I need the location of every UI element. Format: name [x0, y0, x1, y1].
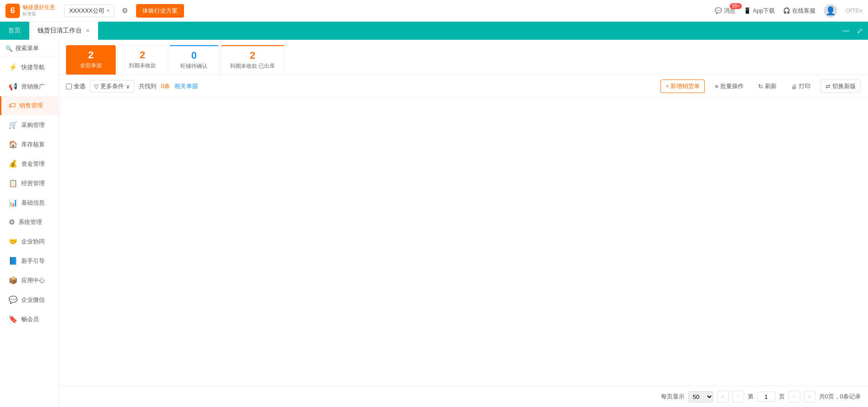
sidebar-item-label-inventory: 库存核算: [21, 140, 45, 149]
nav-tabs-bar: 首页 钱货日清工作台 ✕ — ⤢: [0, 22, 868, 40]
filter-chevron-icon: ∨: [126, 83, 130, 90]
filter-button[interactable]: ▽ 更多条件 ∨: [90, 80, 134, 93]
main-layout: 🔍 搜索菜单 ⚡ 快捷导航 📢 营销推广 🏷 销售管理 🛒 采购管理 🏠 库存核…: [0, 40, 868, 407]
stat-tab-wangpu[interactable]: 0 旺铺待确认: [169, 45, 219, 75]
trial-button[interactable]: 体验行业方案: [136, 4, 184, 18]
sidebar-item-marketing[interactable]: 📢 营销推广: [0, 77, 58, 96]
logo-icon: 6: [5, 4, 20, 18]
stat-overdue-number: 2: [127, 49, 158, 61]
avatar-placeholder: 👤: [826, 6, 835, 16]
stat-tab-all[interactable]: 2 全部单据: [66, 45, 116, 75]
first-page-button[interactable]: «: [717, 391, 729, 402]
toolbar: 全选 ▽ 更多条件 ∨ 共找到 0条 相关单据 + 新增销货单 ≡ 批量操作: [59, 75, 868, 98]
sidebar-item-label-guide: 新手引导: [21, 257, 45, 265]
switch-new-button[interactable]: ⇄ 切换新版: [821, 80, 861, 93]
member-icon: 🔖: [9, 315, 18, 323]
prev-page-button[interactable]: ‹: [732, 391, 744, 402]
sidebar: 🔍 搜索菜单 ⚡ 快捷导航 📢 营销推广 🏷 销售管理 🛒 采购管理 🏠 库存核…: [0, 40, 59, 407]
refresh-button[interactable]: ↻ 刷新: [754, 80, 781, 93]
stat-shipped-label: 到期未收款 已出库: [230, 62, 275, 70]
enterprise-icon: 🤝: [9, 237, 18, 246]
toolbar-left: 全选 ▽ 更多条件 ∨ 共找到 0条 相关单据: [66, 80, 198, 93]
logo-text: 畅捷通好生意: [23, 4, 55, 11]
sidebar-item-guide[interactable]: 📘 新手引导: [0, 251, 58, 271]
related-link[interactable]: 相关单据: [175, 82, 198, 90]
select-all-checkbox[interactable]: 全选: [66, 82, 85, 90]
stat-tab-shipped[interactable]: 2 到期未收款 已出库: [221, 45, 284, 75]
tab-home-label: 首页: [8, 27, 21, 35]
stat-overdue-label: 到期未收款: [127, 62, 158, 70]
username-area[interactable]: OfTEn: [845, 7, 863, 14]
tab-close-icon[interactable]: ✕: [85, 28, 90, 34]
online-service-label: 在线客服: [792, 7, 816, 15]
sidebar-item-label-system: 系统管理: [19, 218, 42, 226]
sidebar-item-sales[interactable]: 🏷 销售管理: [0, 96, 58, 115]
app-download-button[interactable]: 📱 App下载: [744, 7, 775, 15]
print-button[interactable]: 🖨 打印: [787, 80, 815, 93]
sidebar-search-area[interactable]: 🔍 搜索菜单: [0, 40, 58, 57]
sidebar-item-wechat[interactable]: 💬 企业微信: [0, 290, 58, 309]
chevron-down-icon: ▾: [107, 8, 109, 13]
sidebar-item-inventory[interactable]: 🏠 库存核算: [0, 135, 58, 154]
top-bar: 6 畅捷通好生意 标准版 XXXXXX公司 ▾ ⚙ 体验行业方案 💬 消息 99…: [0, 0, 868, 22]
sidebar-item-label-quick-nav: 快捷导航: [21, 63, 45, 71]
batch-button[interactable]: ≡ 批量操作: [710, 80, 748, 93]
messages-button[interactable]: 💬 消息 99+: [715, 7, 736, 15]
nav-tabs-actions: — ⤢: [840, 25, 868, 37]
page-suffix: 页: [779, 393, 785, 401]
avatar[interactable]: 👤: [824, 4, 837, 18]
refresh-label: 刷新: [765, 82, 777, 90]
sidebar-item-label-wechat: 企业微信: [21, 296, 45, 304]
stat-tab-overdue[interactable]: 2 到期未收款: [118, 45, 167, 75]
tab-cash-label: 钱货日清工作台: [38, 27, 82, 35]
search-icon: 🔍: [5, 45, 13, 52]
purchase-icon: 🛒: [9, 121, 18, 129]
app-download-label: App下载: [753, 7, 775, 15]
sidebar-item-member[interactable]: 🔖 畅会员: [0, 309, 58, 329]
basic-info-icon: 📊: [9, 198, 18, 207]
add-sale-button[interactable]: + 新增销货单: [660, 80, 705, 93]
next-page-button[interactable]: ›: [788, 391, 800, 402]
sidebar-item-purchase[interactable]: 🛒 采购管理: [0, 115, 58, 135]
sidebar-item-app-center[interactable]: 📦 应用中心: [0, 271, 58, 290]
online-service-button[interactable]: 🎧 在线客服: [783, 7, 816, 15]
logo-text-area: 畅捷通好生意 标准版: [23, 4, 55, 18]
per-page-select[interactable]: 50 100 200: [688, 391, 713, 402]
sidebar-item-label-member: 畅会员: [21, 315, 39, 323]
filter-icon: ▽: [94, 83, 99, 90]
sidebar-item-label-marketing: 营销推广: [21, 83, 45, 91]
select-all-label: 全选: [74, 82, 85, 90]
system-icon: ⚙: [9, 218, 15, 226]
sidebar-item-label-basic-info: 基础信息: [21, 199, 45, 207]
company-name: XXXXXX公司: [69, 7, 104, 15]
batch-icon: ≡: [715, 83, 718, 90]
maximize-icon[interactable]: ⤢: [855, 25, 864, 37]
quick-nav-icon: ⚡: [9, 63, 18, 71]
sidebar-item-quick-nav[interactable]: ⚡ 快捷导航: [0, 57, 58, 77]
settings-button[interactable]: ⚙: [118, 4, 132, 18]
page-number-input[interactable]: [757, 392, 775, 402]
print-icon: 🖨: [791, 83, 797, 90]
sidebar-item-enterprise[interactable]: 🤝 企业协同: [0, 232, 58, 251]
tab-home[interactable]: 首页: [0, 22, 29, 40]
stat-shipped-number: 2: [230, 50, 275, 61]
top-bar-right: 💬 消息 99+ 📱 App下载 🎧 在线客服 👤 OfTEn: [715, 4, 863, 18]
sidebar-item-operations[interactable]: 📋 经营管理: [0, 173, 58, 193]
stat-all-number: 2: [75, 49, 106, 61]
sidebar-item-basic-info[interactable]: 📊 基础信息: [0, 193, 58, 212]
company-selector[interactable]: XXXXXX公司 ▾: [64, 5, 114, 17]
select-all-input[interactable]: [66, 84, 72, 89]
message-icon: 💬: [715, 7, 722, 14]
switch-icon: ⇄: [826, 83, 830, 90]
sidebar-item-finance[interactable]: 💰 资金管理: [0, 154, 58, 173]
tab-cash-reconciliation[interactable]: 钱货日清工作台 ✕: [29, 22, 98, 40]
add-sale-label: + 新增销货单: [665, 82, 700, 90]
sidebar-item-label-finance: 资金管理: [21, 160, 45, 168]
total-text: 共0页，0条记录: [819, 393, 861, 401]
operations-icon: 📋: [9, 179, 18, 187]
sidebar-item-label-sales: 销售管理: [19, 102, 43, 110]
pagination-bar: 每页显示 50 100 200 « ‹ 第 页 › » 共0页，0条记录: [59, 386, 868, 407]
minimize-icon[interactable]: —: [840, 25, 851, 37]
last-page-button[interactable]: »: [804, 391, 816, 402]
sidebar-item-system[interactable]: ⚙ 系统管理: [0, 212, 58, 232]
